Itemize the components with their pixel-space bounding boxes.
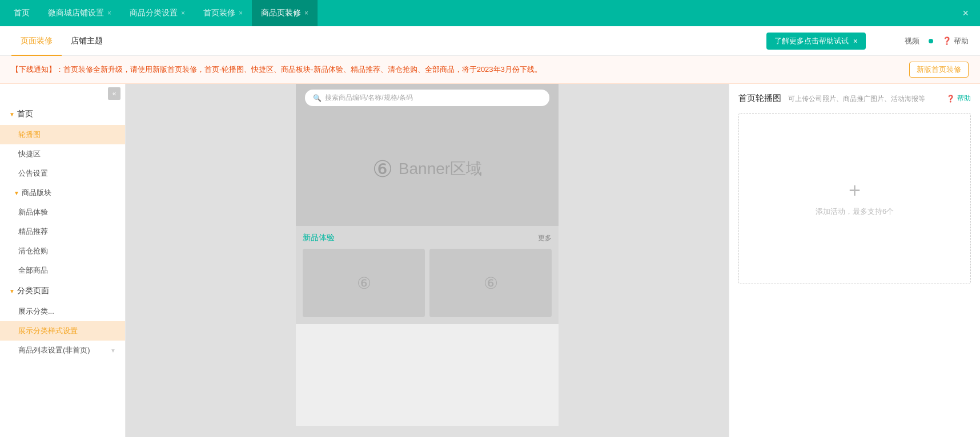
section-header: 新品体验 更多 bbox=[303, 233, 552, 243]
notice-text: 【下线通知】：首页装修全新升级，请使用新版首页装修，首页-轮播图、快捷区、商品板… bbox=[11, 64, 542, 75]
tab-product-category[interactable]: 商品分类设置 × bbox=[121, 0, 194, 26]
help-circle-icon: ❓ bbox=[946, 95, 955, 103]
preview-area: 🔍 搜索商品编码/名称/规格/条码 ⑥ Banner区域 新品体验 更多 bbox=[126, 84, 729, 437]
sidebar-item-notice[interactable]: 公告设置 bbox=[0, 164, 125, 183]
sidebar-controls: « bbox=[0, 84, 125, 103]
sidebar-item-shortcut[interactable]: 快捷区 bbox=[0, 144, 125, 164]
new-decoration-button[interactable]: 新版首页装修 bbox=[909, 62, 969, 78]
sidebar-item-clearance[interactable]: 清仓抢购 bbox=[0, 241, 125, 261]
preview-product-section: 新品体验 更多 ⑥ ⑥ bbox=[296, 226, 559, 324]
sidebar-item-new-experience[interactable]: 新品体验 bbox=[0, 203, 125, 222]
video-label[interactable]: 视频 bbox=[905, 36, 919, 46]
product-grid: ⑥ ⑥ bbox=[303, 249, 552, 317]
sidebar-item-category-style[interactable]: 展示分类样式设置 bbox=[0, 321, 125, 341]
tab-bar: 首页 微商城店铺设置 × 商品分类设置 × 首页装修 × 商品页装修 × × bbox=[0, 0, 980, 26]
banner-text: Banner区域 bbox=[399, 158, 482, 180]
card-logo-2: ⑥ bbox=[484, 274, 498, 293]
help-label[interactable]: ❓ 帮助 bbox=[942, 36, 969, 46]
sidebar-item-product-list[interactable]: 商品列表设置(非首页) ▼ bbox=[0, 341, 125, 360]
sidebar-section-category[interactable]: ▼ 分类页面 bbox=[0, 280, 125, 302]
sidebar-item-show-category[interactable]: 展示分类... bbox=[0, 302, 125, 321]
sub-section-arrow: ▼ bbox=[14, 190, 19, 196]
sidebar: « ▼ 首页 轮播图 快捷区 公告设置 ▼ 商品版块 新品体验 精品推荐 清仓抢… bbox=[0, 84, 126, 437]
preview-search-input[interactable]: 🔍 搜索商品编码/名称/规格/条码 bbox=[305, 90, 549, 106]
preview-search-bar: 🔍 搜索商品编码/名称/规格/条码 bbox=[296, 84, 559, 112]
section-category-arrow: ▼ bbox=[9, 288, 15, 294]
tab-store-theme[interactable]: 店铺主题 bbox=[62, 26, 112, 56]
preview-phone: 🔍 搜索商品编码/名称/规格/条码 ⑥ Banner区域 新品体验 更多 bbox=[296, 84, 559, 426]
section-more[interactable]: 更多 bbox=[538, 233, 552, 243]
product-card-1[interactable]: ⑥ bbox=[303, 249, 425, 317]
banner-logo: ⑥ Banner区域 bbox=[372, 156, 482, 182]
right-panel-title: 首页轮播图 bbox=[738, 93, 781, 103]
close-all-button[interactable]: × bbox=[955, 7, 975, 19]
close-home-decoration[interactable]: × bbox=[239, 9, 243, 17]
tab-home[interactable]: 首页 bbox=[5, 0, 39, 26]
right-panel-help[interactable]: ❓ 帮助 bbox=[946, 94, 971, 103]
close-product-decoration[interactable]: × bbox=[304, 9, 308, 17]
sidebar-item-premium[interactable]: 精品推荐 bbox=[0, 222, 125, 241]
right-panel-title-area: 首页轮播图 可上传公司照片、商品推广图片、活动海报等 bbox=[738, 93, 925, 104]
card-logo-1: ⑥ bbox=[357, 274, 371, 293]
section-title: 新品体验 bbox=[303, 233, 335, 243]
status-dot bbox=[929, 39, 933, 43]
sidebar-collapse-button[interactable]: « bbox=[108, 87, 121, 100]
close-product-category[interactable]: × bbox=[181, 9, 185, 17]
search-icon: 🔍 bbox=[313, 94, 322, 102]
brand-icon: ⑥ bbox=[372, 156, 393, 182]
sidebar-item-all-products[interactable]: 全部商品 bbox=[0, 261, 125, 280]
add-banner-box[interactable]: + 添加活动，最多支持6个 bbox=[738, 113, 971, 284]
tab-page-decoration[interactable]: 页面装修 bbox=[11, 26, 62, 56]
right-panel-header: 首页轮播图 可上传公司照片、商品推广图片、活动海报等 ❓ 帮助 bbox=[738, 93, 971, 104]
sidebar-item-carousel[interactable]: 轮播图 bbox=[0, 125, 125, 144]
right-panel-desc: 可上传公司照片、商品推广图片、活动海报等 bbox=[788, 95, 925, 103]
sub-header: 页面装修 店铺主题 了解更多点击帮助试试 × 视频 ❓ 帮助 bbox=[0, 26, 980, 56]
product-card-2[interactable]: ⑥ bbox=[429, 249, 552, 317]
sidebar-section-home[interactable]: ▼ 首页 bbox=[0, 103, 125, 125]
add-banner-text: 添加活动，最多支持6个 bbox=[816, 207, 894, 217]
close-store-settings[interactable]: × bbox=[107, 9, 111, 17]
right-panel: 首页轮播图 可上传公司照片、商品推广图片、活动海报等 ❓ 帮助 + 添加活动，最… bbox=[729, 84, 980, 437]
sidebar-sub-product-block[interactable]: ▼ 商品版块 bbox=[0, 183, 125, 203]
preview-banner[interactable]: ⑥ Banner区域 bbox=[296, 112, 559, 226]
expand-icon: ▼ bbox=[110, 347, 116, 354]
section-home-arrow: ▼ bbox=[9, 111, 15, 118]
help-banner-close[interactable]: × bbox=[853, 37, 858, 46]
main-layout: « ▼ 首页 轮播图 快捷区 公告设置 ▼ 商品版块 新品体验 精品推荐 清仓抢… bbox=[0, 84, 980, 437]
header-right: 视频 ❓ 帮助 bbox=[905, 36, 969, 46]
tab-home-decoration[interactable]: 首页装修 × bbox=[194, 0, 252, 26]
add-plus-icon: + bbox=[849, 180, 861, 201]
notice-bar: 【下线通知】：首页装修全新升级，请使用新版首页装修，首页-轮播图、快捷区、商品板… bbox=[0, 56, 980, 84]
tab-product-decoration[interactable]: 商品页装修 × bbox=[252, 0, 318, 26]
help-banner: 了解更多点击帮助试试 × bbox=[766, 33, 866, 50]
tab-store-settings[interactable]: 微商城店铺设置 × bbox=[39, 0, 121, 26]
